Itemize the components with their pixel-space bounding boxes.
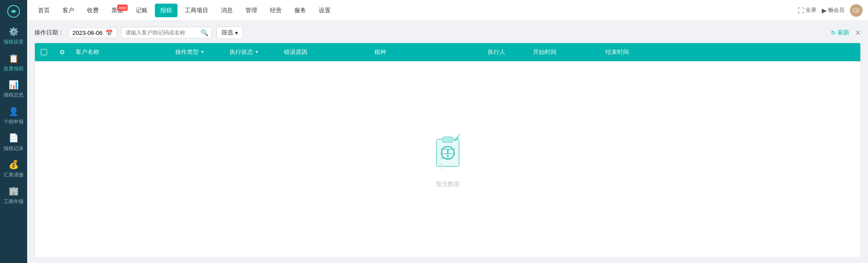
member-button[interactable]: ▶ 畅会员 (822, 6, 844, 14)
th-client-name: 客户名称 (71, 44, 171, 60)
avatar[interactable]: CE (850, 4, 863, 17)
th-error-reason: 错误原因 (279, 44, 370, 60)
nav-item-piaojv[interactable]: 票据 new (106, 4, 129, 17)
sidebar-item-piliang-baoshui[interactable]: 📋 批量报税 (0, 49, 27, 76)
date-input[interactable]: 2023-06-06 📅 (68, 28, 117, 38)
page-area: 操作日期： 2023-06-06 📅 🔍 筛选 ▾ ↻ 刷新 (27, 21, 868, 263)
topnav-items: 首页 客户 收费 票据 new 记账 报税 工商项目 消息 管理 经营 服务 设… (33, 4, 798, 17)
th-settings[interactable]: ⚙ (53, 45, 71, 59)
fullscreen-icon: ⛶ (798, 7, 804, 14)
nav-item-shouye[interactable]: 首页 (33, 4, 55, 17)
gongshang-nianbao-icon: 🏢 (9, 185, 19, 197)
sidebar: ⚙️ 报税设置 📋 批量报税 📊 报税总览 👤 个税申报 📄 报税记录 💰 汇算… (0, 0, 27, 263)
th-operation-type[interactable]: 操作类型 ▼ (171, 44, 225, 60)
main-area: 首页 客户 收费 票据 new 记账 报税 工商项目 消息 管理 经营 服务 设… (27, 0, 868, 263)
date-value: 2023-06-06 (72, 29, 103, 36)
toolbar-right: ↻ 刷新 ✕ (831, 29, 861, 37)
nav-item-fuwu[interactable]: 服务 (289, 4, 312, 17)
baoshui-jilu-icon: 📄 (9, 132, 19, 144)
fullscreen-button[interactable]: ⛶ 全屏 (798, 6, 816, 14)
nav-item-jingying[interactable]: 经营 (264, 4, 287, 17)
sidebar-item-huisuan-jiaona[interactable]: 💰 汇算清缴 (0, 156, 27, 182)
nav-item-shezhi[interactable]: 设置 (313, 4, 336, 17)
th-start-time: 开始时间 (528, 44, 601, 60)
toolbar: 操作日期： 2023-06-06 📅 🔍 筛选 ▾ ↻ 刷新 (34, 26, 861, 39)
sort-icon-operation: ▼ (200, 49, 205, 54)
nav-item-jizhang[interactable]: 记账 (130, 4, 153, 17)
nav-item-xiaoxi[interactable]: 消息 (216, 4, 238, 17)
empty-text: 暂无数据 (436, 180, 460, 188)
content: 操作日期： 2023-06-06 📅 🔍 筛选 ▾ ↻ 刷新 (27, 21, 868, 263)
select-all-checkbox[interactable] (41, 49, 47, 55)
topnav: 首页 客户 收费 票据 new 记账 报税 工商项目 消息 管理 经营 服务 设… (27, 0, 868, 21)
th-exec-status[interactable]: 执行状态 ▼ (225, 44, 279, 60)
nav-item-shoufe[interactable]: 收费 (82, 4, 104, 17)
refresh-button[interactable]: ↻ 刷新 (831, 29, 849, 37)
th-checkbox[interactable] (35, 45, 53, 59)
th-end-time: 结束时间 (601, 44, 660, 60)
svg-rect-2 (442, 137, 453, 142)
geshuisheibao-icon: 👤 (9, 106, 19, 117)
new-badge: new (117, 5, 128, 11)
settings-icon: ⚙ (59, 49, 65, 56)
nav-item-kehu[interactable]: 客户 (57, 4, 80, 17)
search-input[interactable] (122, 28, 197, 38)
sidebar-item-baoshui-shezhi[interactable]: ⚙️ 报税设置 (0, 23, 27, 49)
sidebar-item-gongshang-nianbao[interactable]: 🏢 工商年报 (0, 182, 27, 209)
search-box[interactable]: 🔍 (121, 27, 212, 39)
member-icon: ▶ (822, 7, 827, 14)
sidebar-item-baoshui-zonglam[interactable]: 📊 报税总览 (0, 76, 27, 102)
filter-button[interactable]: 筛选 ▾ (216, 26, 243, 39)
sidebar-logo (0, 0, 27, 23)
date-label: 操作日期： (34, 29, 64, 37)
chevron-down-icon: ▾ (235, 29, 238, 36)
th-executor: 执行人 (483, 44, 528, 60)
sidebar-item-baoshui-jilu[interactable]: 📄 报税记录 (0, 129, 27, 156)
table-container: ⚙ 客户名称 操作类型 ▼ 执行状态 ▼ 错误原因 (34, 43, 861, 258)
empty-state: 暂无数据 (35, 61, 860, 257)
nav-item-gongshang-xiangmu[interactable]: 工商项目 (179, 4, 214, 17)
calendar-icon: 📅 (106, 29, 113, 36)
refresh-icon: ↻ (831, 29, 836, 36)
sort-icon-status: ▼ (254, 49, 259, 54)
th-tax-type: 税种 (370, 44, 483, 60)
close-button[interactable]: ✕ (855, 29, 861, 37)
sidebar-item-geshuisheibao[interactable]: 👤 个税申报 (0, 102, 27, 129)
huisuan-jiaona-icon: 💰 (9, 159, 19, 170)
svg-point-12 (438, 167, 444, 169)
nav-item-baoshui[interactable]: 报税 (155, 4, 177, 17)
nav-item-guanli[interactable]: 管理 (240, 4, 263, 17)
search-button[interactable]: 🔍 (197, 27, 212, 38)
svg-point-11 (439, 164, 443, 167)
empty-illustration (425, 130, 470, 175)
topnav-right: ⛶ 全屏 ▶ 畅会员 CE (798, 4, 863, 17)
baoshui-zonglam-icon: 📊 (9, 79, 19, 91)
svg-point-8 (447, 155, 449, 157)
table-header: ⚙ 客户名称 操作类型 ▼ 执行状态 ▼ 错误原因 (35, 43, 860, 61)
piliang-baoshui-icon: 📋 (9, 53, 19, 64)
baoshui-shezhi-icon: ⚙️ (9, 26, 19, 38)
